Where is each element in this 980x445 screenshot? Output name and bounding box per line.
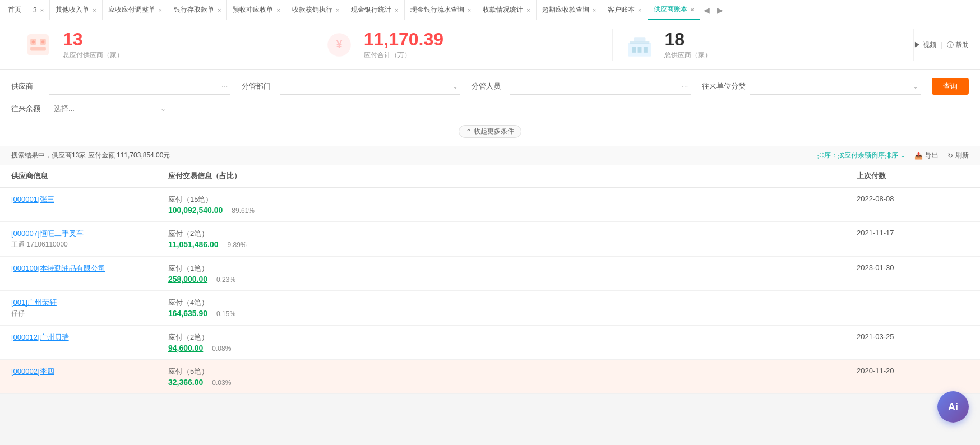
- category-chevron-icon[interactable]: ⌄: [913, 82, 918, 90]
- close-icon[interactable]: ×: [336, 7, 339, 13]
- table-row: [000007]恒旺二手叉车 王通 17106110000 应付（2笔） 11,…: [0, 222, 980, 257]
- svg-rect-3: [30, 47, 46, 50]
- ai-button[interactable]: Ai: [937, 391, 969, 423]
- last-pay-date-2: 2023-01-30: [857, 263, 894, 272]
- balance-input[interactable]: [49, 100, 168, 117]
- filter-item-supplier: 供应商 ···: [11, 78, 230, 95]
- close-icon[interactable]: ×: [691, 6, 694, 13]
- balance-filter-label: 往来余额: [11, 104, 45, 114]
- filter-item-category: 往来单位分类 ⌄: [702, 78, 921, 95]
- close-icon[interactable]: ×: [395, 7, 398, 13]
- supplier-sub-1: 王通 17106110000: [11, 240, 168, 249]
- collapse-button[interactable]: ⌃ 收起更多条件: [459, 125, 521, 138]
- last-pay-cell-5: 2020-11-20: [857, 367, 969, 375]
- person-dots-icon[interactable]: ···: [682, 82, 688, 91]
- dept-chevron-icon[interactable]: ⌄: [452, 82, 458, 90]
- top-nav: 首页 3 × 其他收入单 × 应收应付调整单 × 银行存取款单 × 预收冲应收单…: [0, 0, 980, 20]
- tx-percent-3: 0.15%: [216, 310, 235, 318]
- stat-content-total: 11,170.39 应付合计（万）: [364, 30, 443, 60]
- nav-tab-collection-stats[interactable]: 收款情况统计 ×: [477, 0, 536, 20]
- supplier-filter-label: 供应商: [11, 81, 45, 91]
- nav-tab-cash-bank-stats[interactable]: 现金银行统计 ×: [345, 0, 404, 20]
- tx-amount-1[interactable]: 11,051,486.00: [168, 240, 219, 249]
- payable-total-label: 应付合计（万）: [364, 50, 443, 60]
- svg-rect-13: [644, 47, 648, 52]
- nav-arrow-right[interactable]: ▶: [714, 0, 727, 20]
- nav-tab-overdue-ar[interactable]: 超期应收款查询 ×: [537, 0, 602, 20]
- nav-tab-collection-exec[interactable]: 收款核销执行 ×: [286, 0, 345, 20]
- supplier-filter-input-wrapper: ···: [49, 78, 230, 95]
- filter-item-balance: 往来余额 ⌄: [11, 100, 168, 117]
- nav-tab-other-income[interactable]: 其他收入单 ×: [50, 0, 102, 20]
- export-button[interactable]: 📤 导出: [914, 151, 939, 160]
- nav-tab-customer-ledger[interactable]: 客户账本 ×: [602, 0, 648, 20]
- close-icon[interactable]: ×: [593, 7, 596, 13]
- refresh-button[interactable]: ↻ 刷新: [947, 151, 969, 160]
- nav-tab-3[interactable]: 3 ×: [27, 0, 50, 20]
- category-filter-label: 往来单位分类: [702, 81, 746, 91]
- person-input[interactable]: [510, 78, 691, 95]
- results-summary: 搜索结果中，供应商13家 应付金额 111,703,854.00元: [11, 151, 170, 160]
- dept-input[interactable]: [280, 78, 461, 95]
- balance-chevron-icon[interactable]: ⌄: [160, 105, 166, 113]
- last-pay-date-1: 2021-11-17: [857, 229, 894, 237]
- refresh-icon: ↻: [947, 152, 953, 160]
- supplier-link-4[interactable]: [000012]广州贝瑞: [11, 332, 168, 342]
- total-suppliers-icon: [624, 29, 655, 61]
- nav-tab-supplier-ledger[interactable]: 供应商账本 ×: [648, 0, 700, 20]
- filter-area: 供应商 ··· 分管部门 ⌄ 分管人员 ···: [0, 70, 980, 146]
- supplier-dots-icon[interactable]: ···: [221, 82, 228, 91]
- payable-suppliers-label: 总应付供应商（家）: [63, 50, 123, 60]
- close-icon[interactable]: ×: [218, 7, 221, 13]
- last-pay-cell-4: 2021-03-25: [857, 332, 969, 341]
- close-icon[interactable]: ×: [526, 7, 530, 13]
- filter-item-dept: 分管部门 ⌄: [242, 78, 461, 95]
- nav-tab-home[interactable]: 首页: [2, 0, 27, 20]
- tx-label-4: 应付（2笔）: [168, 332, 857, 342]
- tx-amount-0[interactable]: 100,092,540.00: [168, 206, 223, 215]
- supplier-link-5[interactable]: [000002]李四: [11, 367, 168, 377]
- supplier-link-2[interactable]: [000100]本特勤油品有限公司: [11, 263, 168, 274]
- supplier-sub-3: 仔仔: [11, 309, 168, 318]
- query-button[interactable]: 查询: [932, 78, 969, 95]
- supplier-input[interactable]: [49, 78, 230, 95]
- dept-filter-label: 分管部门: [242, 81, 275, 91]
- svg-rect-12: [638, 47, 642, 52]
- stat-block-payable-suppliers: 13 总应付供应商（家）: [11, 29, 312, 61]
- sort-label[interactable]: 排序：按应付余额倒序排序 ⌄: [817, 151, 905, 160]
- close-icon[interactable]: ×: [276, 7, 280, 13]
- close-icon[interactable]: ×: [638, 7, 641, 13]
- dept-filter-input-wrapper: ⌄: [280, 78, 461, 95]
- person-filter-input-wrapper: ···: [510, 78, 691, 95]
- nav-tab-ar-ap-adjust[interactable]: 应收应付调整单 ×: [103, 0, 168, 20]
- svg-rect-11: [632, 47, 636, 52]
- supplier-cell-0: [000001]张三: [11, 194, 168, 206]
- supplier-link-1[interactable]: [000007]恒旺二手叉车: [11, 229, 168, 239]
- video-link[interactable]: ▶ 视频: [914, 40, 936, 50]
- tx-amount-5[interactable]: 32,366.00: [168, 378, 203, 387]
- supplier-link-3[interactable]: [001]广州荣轩: [11, 298, 168, 308]
- close-icon[interactable]: ×: [93, 7, 96, 13]
- close-icon[interactable]: ×: [40, 7, 44, 13]
- nav-tab-prepay-offset[interactable]: 预收冲应收单 ×: [227, 0, 286, 20]
- filter-row-2: 往来余额 ⌄: [11, 100, 969, 117]
- results-right: 排序：按应付余额倒序排序 ⌄ 📤 导出 ↻ 刷新: [817, 151, 969, 160]
- tx-percent-2: 0.23%: [216, 276, 235, 284]
- nav-tab-cash-bank-flow[interactable]: 现金银行流水查询 ×: [405, 0, 477, 20]
- close-icon[interactable]: ×: [159, 7, 162, 13]
- tx-amount-4[interactable]: 94,600.00: [168, 344, 203, 353]
- payable-total-icon: ¥: [323, 29, 355, 61]
- tx-amount-2[interactable]: 258,000.00: [168, 275, 207, 284]
- nav-arrow-left[interactable]: ◀: [700, 0, 714, 20]
- category-input[interactable]: [750, 78, 921, 95]
- help-link[interactable]: ⓘ 帮助: [947, 40, 969, 50]
- transaction-cell-3: 应付（4笔） 164,635.90 0.15%: [168, 298, 857, 318]
- supplier-link-0[interactable]: [000001]张三: [11, 194, 168, 205]
- tx-amount-3[interactable]: 164,635.90: [168, 309, 207, 318]
- supplier-cell-5: [000002]李四: [11, 367, 168, 378]
- nav-tab-bank-deposit[interactable]: 银行存取款单 ×: [168, 0, 227, 20]
- svg-text:¥: ¥: [336, 38, 342, 50]
- collapse-bar: ⌃ 收起更多条件: [11, 123, 969, 140]
- close-icon[interactable]: ×: [468, 7, 471, 13]
- last-pay-cell-1: 2021-11-17: [857, 229, 969, 237]
